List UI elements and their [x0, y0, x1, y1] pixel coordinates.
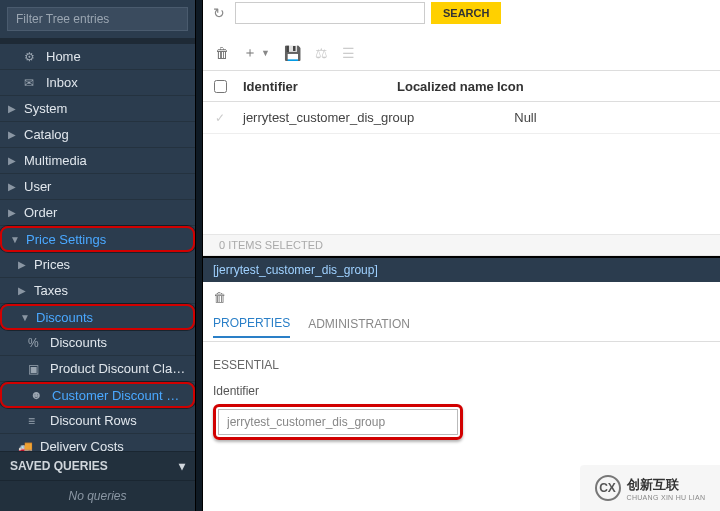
sidebar-item-label: Multimedia — [24, 153, 189, 168]
chevron-right-icon: ▶ — [18, 285, 30, 296]
select-all-checkbox[interactable] — [214, 80, 227, 93]
selection-count: 0 ITEMS SELECTED — [203, 234, 720, 256]
sidebar-item-home[interactable]: ⚙ Home — [0, 44, 195, 70]
sidebar-item-taxes[interactable]: ▶ Taxes — [0, 278, 195, 304]
list-toolbar: 🗑 ＋ ▼ 💾 ⚖ ☰ — [203, 36, 720, 70]
sidebar-item-label: System — [24, 101, 189, 116]
sidebar-item-label: Delivery Costs — [40, 439, 189, 451]
table-empty-space — [203, 134, 720, 234]
cell-identifier: jerrytest_customer_dis_group — [237, 110, 414, 125]
sidebar-item-discounts-leaf[interactable]: % Discounts — [0, 330, 195, 356]
delete-icon[interactable]: 🗑 — [213, 290, 226, 305]
watermark-text: 创新互联 CHUANG XIN HU LIAN — [627, 476, 706, 501]
compare-icon[interactable]: ⚖ — [315, 45, 328, 61]
cell-icon: Null — [514, 110, 720, 125]
sidebar-item-label: Discounts — [50, 335, 189, 350]
rows-icon: ≡ — [28, 414, 44, 428]
sidebar: ⚙ Home ✉ Inbox ▶ System ▶ Catalog ▶ Mult… — [0, 0, 195, 511]
sidebar-item-label: Price Settings — [26, 232, 187, 247]
chevron-down-icon: ▼ — [20, 312, 32, 323]
check-icon[interactable]: ✓ — [215, 111, 225, 125]
inbox-icon: ✉ — [24, 76, 40, 90]
watermark-logo-icon: CX — [595, 475, 621, 501]
filter-tree-wrap — [0, 0, 195, 38]
sidebar-item-system[interactable]: ▶ System — [0, 96, 195, 122]
sidebar-item-label: Prices — [34, 257, 189, 272]
identifier-field-wrap — [203, 404, 720, 440]
watermark: CX 创新互联 CHUANG XIN HU LIAN — [580, 465, 720, 511]
add-icon[interactable]: ＋ — [243, 44, 257, 62]
funnel-icon[interactable]: ▾ — [179, 459, 185, 473]
list-icon[interactable]: ☰ — [342, 45, 355, 61]
search-button[interactable]: SEARCH — [431, 2, 501, 24]
detail-tabs: PROPERTIES ADMINISTRATION — [203, 312, 720, 342]
filter-tree-input[interactable] — [7, 7, 188, 31]
saved-queries: SAVED QUERIES ▾ No queries — [0, 451, 195, 511]
chevron-right-icon: ▶ — [8, 103, 20, 114]
save-icon[interactable]: 💾 — [284, 45, 301, 61]
chevron-down-icon: ▼ — [10, 234, 22, 245]
chevron-right-icon: ▶ — [8, 181, 20, 192]
saved-queries-empty: No queries — [0, 481, 195, 511]
sidebar-item-label: Customer Discount Groups — [52, 388, 187, 403]
sidebar-item-discounts[interactable]: ▼ Discounts — [0, 304, 195, 330]
globe-icon: ⚙ — [24, 50, 40, 64]
saved-queries-header[interactable]: SAVED QUERIES ▾ — [0, 451, 195, 481]
sidebar-item-delivery-costs[interactable]: 🚚 Delivery Costs — [0, 434, 195, 451]
detail-title: [jerrytest_customer_dis_group] — [213, 263, 378, 277]
sidebar-item-label: Discount Rows — [50, 413, 189, 428]
vertical-splitter[interactable] — [195, 0, 203, 511]
table-header-row: Identifier Localized name Icon — [203, 70, 720, 102]
users-icon: ☻ — [30, 388, 46, 402]
sidebar-item-label: Taxes — [34, 283, 189, 298]
section-essential: ESSENTIAL — [203, 342, 720, 378]
search-input[interactable] — [235, 2, 425, 24]
refresh-icon[interactable]: ↻ — [209, 5, 229, 21]
sidebar-item-label: Product Discount Classes — [50, 361, 189, 376]
tab-properties[interactable]: PROPERTIES — [213, 316, 290, 338]
sidebar-item-multimedia[interactable]: ▶ Multimedia — [0, 148, 195, 174]
sidebar-item-inbox[interactable]: ✉ Inbox — [0, 70, 195, 96]
sidebar-item-product-discount-classes[interactable]: ▣ Product Discount Classes — [0, 356, 195, 382]
sidebar-item-order[interactable]: ▶ Order — [0, 200, 195, 226]
chevron-right-icon: ▶ — [8, 155, 20, 166]
nav-tree: ⚙ Home ✉ Inbox ▶ System ▶ Catalog ▶ Mult… — [0, 44, 195, 451]
identifier-label: Identifier — [203, 378, 720, 404]
watermark-cn: 创新互联 — [627, 476, 706, 494]
col-localized[interactable]: Localized name — [397, 79, 497, 94]
search-row: ↻ SEARCH — [203, 0, 720, 26]
watermark-py: CHUANG XIN HU LIAN — [627, 494, 706, 501]
sidebar-item-customer-discount-groups[interactable]: ☻ Customer Discount Groups — [0, 382, 195, 408]
detail-header: [jerrytest_customer_dis_group] — [203, 256, 720, 282]
tag-icon: % — [28, 336, 44, 350]
truck-icon: 🚚 — [18, 440, 34, 452]
sidebar-item-label: Home — [46, 49, 189, 64]
saved-queries-title: SAVED QUERIES — [10, 459, 108, 473]
table-row[interactable]: ✓ jerrytest_customer_dis_group Null — [203, 102, 720, 134]
sidebar-item-user[interactable]: ▶ User — [0, 174, 195, 200]
chevron-right-icon: ▶ — [18, 259, 30, 270]
sidebar-item-discount-rows[interactable]: ≡ Discount Rows — [0, 408, 195, 434]
results-table: Identifier Localized name Icon ✓ jerryte… — [203, 70, 720, 256]
box-icon: ▣ — [28, 362, 44, 376]
chevron-right-icon: ▶ — [8, 129, 20, 140]
chevron-right-icon: ▶ — [8, 207, 20, 218]
sidebar-item-price-settings[interactable]: ▼ Price Settings — [0, 226, 195, 252]
sidebar-item-catalog[interactable]: ▶ Catalog — [0, 122, 195, 148]
highlight-box — [213, 404, 463, 440]
sidebar-item-label: Catalog — [24, 127, 189, 142]
identifier-input[interactable] — [218, 409, 458, 435]
sidebar-item-label: Order — [24, 205, 189, 220]
delete-icon[interactable]: 🗑 — [215, 45, 229, 61]
detail-toolbar: 🗑 — [203, 282, 720, 312]
col-identifier[interactable]: Identifier — [237, 79, 397, 94]
col-icon[interactable]: Icon — [497, 79, 720, 94]
dropdown-caret-icon[interactable]: ▼ — [261, 48, 270, 58]
sidebar-item-prices[interactable]: ▶ Prices — [0, 252, 195, 278]
tab-administration[interactable]: ADMINISTRATION — [308, 317, 410, 337]
sidebar-item-label: Inbox — [46, 75, 189, 90]
sidebar-item-label: User — [24, 179, 189, 194]
sidebar-item-label: Discounts — [36, 310, 187, 325]
main-area: ↻ SEARCH 🗑 ＋ ▼ 💾 ⚖ ☰ Identifier Localize… — [203, 0, 720, 511]
